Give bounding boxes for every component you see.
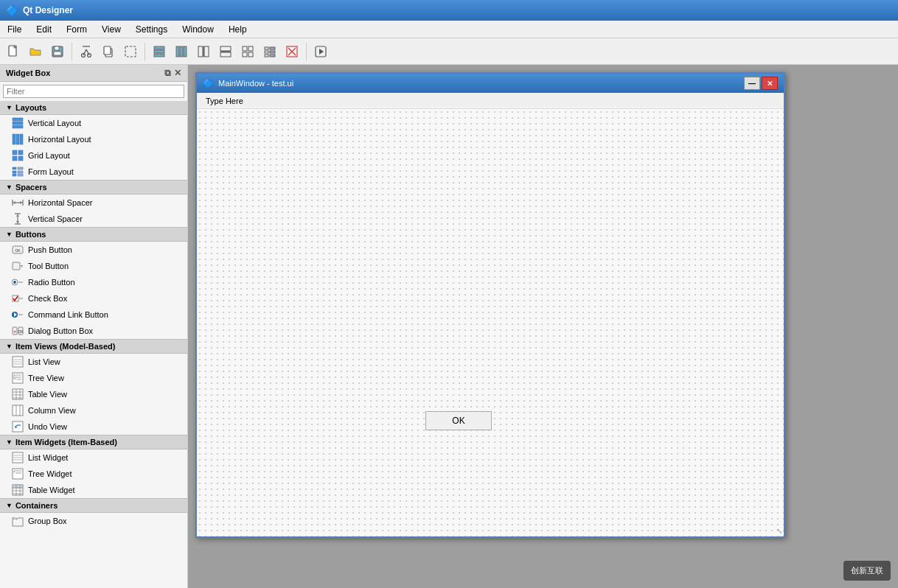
widget-table-view[interactable]: Table View [0,386,187,402]
svg-marker-38 [319,49,324,55]
category-spacers[interactable]: ▼ Spacers [0,180,187,195]
widget-check-box[interactable]: Check Box [0,290,187,307]
widget-list-widget[interactable]: List Widget [0,449,187,466]
category-item-views-label: Item Views (Model-Based) [15,342,116,351]
widget-undo-view[interactable]: Undo View [0,419,187,435]
toolbar-save-btn[interactable] [47,41,68,62]
widget-tree-view[interactable]: Tree View [0,370,187,386]
toolbar-copy-btn[interactable] [98,41,119,62]
category-item-widgets[interactable]: ▼ Item Widgets (Item-Based) [0,435,187,449]
menu-form[interactable]: Form [59,21,94,38]
category-spacers-label: Spacers [15,183,47,192]
app-title-bar: 🔷 Qt Designer [0,0,898,21]
category-buttons[interactable]: ▼ Buttons [0,227,187,242]
design-area: 🔷 MainWindow - test.ui — ✕ Type Here OK … [188,65,898,588]
widget-form-layout[interactable]: Form Layout [0,164,187,180]
widget-push-button[interactable]: OK Push Button [0,242,187,258]
category-item-views-arrow: ▼ [6,343,13,350]
widget-vertical-spacer[interactable]: Vertical Spacer [0,211,187,227]
svg-rect-30 [265,51,268,53]
category-containers[interactable]: ▼ Containers [0,498,187,513]
column-view-label: Column View [28,406,76,415]
widget-group-box[interactable]: Grp Group Box [0,513,187,529]
undo-view-icon [12,421,24,433]
tool-button-label: Tool Button [28,262,69,270]
widget-tool-button[interactable]: Tool Button [0,258,187,274]
qt-window-icon: 🔷 [203,78,214,88]
toolbar-layout-split-v-btn[interactable] [215,41,236,62]
menu-file[interactable]: File [0,21,29,38]
table-view-label: Table View [28,390,67,399]
tree-view-icon [12,372,24,384]
vertical-spacer-label: Vertical Spacer [28,214,83,223]
category-buttons-arrow: ▼ [6,231,13,238]
toolbar-layout-h-btn[interactable] [171,41,192,62]
toolbar-select-btn[interactable] [120,41,141,62]
widget-command-link-button[interactable]: Command Link Button [0,307,187,323]
toolbar-layout-form-btn[interactable] [260,41,280,62]
form-layout-icon [12,166,24,178]
qt-window-close-btn[interactable]: ✕ [762,77,778,90]
filter-input[interactable] [3,85,184,98]
svg-rect-45 [13,150,17,155]
menu-view[interactable]: View [94,21,128,38]
qt-window-minimize-btn[interactable]: — [744,77,760,90]
widget-horizontal-layout[interactable]: Horizontal Layout [0,131,187,147]
widget-list-view[interactable]: List View [0,354,187,370]
svg-rect-25 [248,46,253,51]
category-containers-label: Containers [15,501,58,510]
svg-rect-48 [18,156,23,161]
ok-button[interactable]: OK [425,411,492,430]
category-layouts[interactable]: ▼ Layouts [0,101,187,115]
widget-grid-layout[interactable]: Grid Layout [0,147,187,164]
radio-button-label: Radio Button [28,278,75,287]
toolbar-cut-btn[interactable] [76,41,97,62]
horizontal-spacer-label: Horizontal Spacer [28,198,92,207]
widget-radio-button[interactable]: Radio Button [0,274,187,290]
widget-box-close-btn[interactable]: ✕ [174,68,181,78]
widget-tree-widget[interactable]: Tree Widget [0,466,187,482]
toolbar [0,38,898,65]
svg-rect-43 [16,134,19,144]
horizontal-spacer-icon [12,197,24,209]
category-item-widgets-label: Item Widgets (Item-Based) [15,438,117,447]
widget-horizontal-spacer[interactable]: Horizontal Spacer [0,195,187,211]
svg-rect-10 [104,46,111,55]
menu-help[interactable]: Help [221,21,254,38]
category-spacers-arrow: ▼ [6,183,13,191]
toolbar-preview-btn[interactable] [310,41,331,62]
category-item-widgets-arrow: ▼ [6,438,13,446]
toolbar-open-btn[interactable] [25,41,46,62]
menu-window[interactable]: Window [175,21,221,38]
toolbar-layout-split-h-btn[interactable] [193,41,214,62]
toolbar-sep-2 [145,43,145,60]
qt-window-menu: Type Here [197,93,784,109]
svg-point-70 [13,281,16,284]
group-box-label: Group Box [28,517,67,525]
category-item-views[interactable]: ▼ Item Views (Model-Based) [0,339,187,354]
svg-rect-54 [18,174,23,176]
horizontal-layout-icon [12,133,24,145]
watermark: 创新互联 [843,561,891,581]
widget-list: ▼ Layouts Vertical Layout Horizontal Lay… [0,101,187,588]
toolbar-new-btn[interactable] [3,41,24,62]
svg-rect-97 [13,405,23,416]
widget-box-float-btn[interactable]: ⧉ [164,68,171,78]
form-layout-label: Form Layout [28,167,74,176]
resize-handle[interactable]: ⤡ [776,527,782,535]
widget-dialog-button-box[interactable]: ✕OK Dialog Button Box [0,323,187,339]
svg-marker-68 [21,265,23,267]
widget-table-widget[interactable]: Table Widget [0,482,187,498]
toolbar-layout-grid-btn[interactable] [237,41,258,62]
toolbar-layout-v-btn[interactable] [149,41,170,62]
menu-edit[interactable]: Edit [29,21,59,38]
toolbar-break-layout-btn[interactable] [282,41,302,62]
qt-window-menu-type-here[interactable]: Type Here [200,95,249,107]
svg-rect-40 [13,122,23,125]
widget-vertical-layout[interactable]: Vertical Layout [0,115,187,131]
menu-settings[interactable]: Settings [128,21,175,38]
check-box-label: Check Box [28,294,67,303]
vertical-layout-label: Vertical Layout [28,119,81,127]
widget-column-view[interactable]: Column View [0,402,187,419]
widget-box: Widget Box ⧉ ✕ ▼ Layouts Vertical Layout [0,65,188,588]
